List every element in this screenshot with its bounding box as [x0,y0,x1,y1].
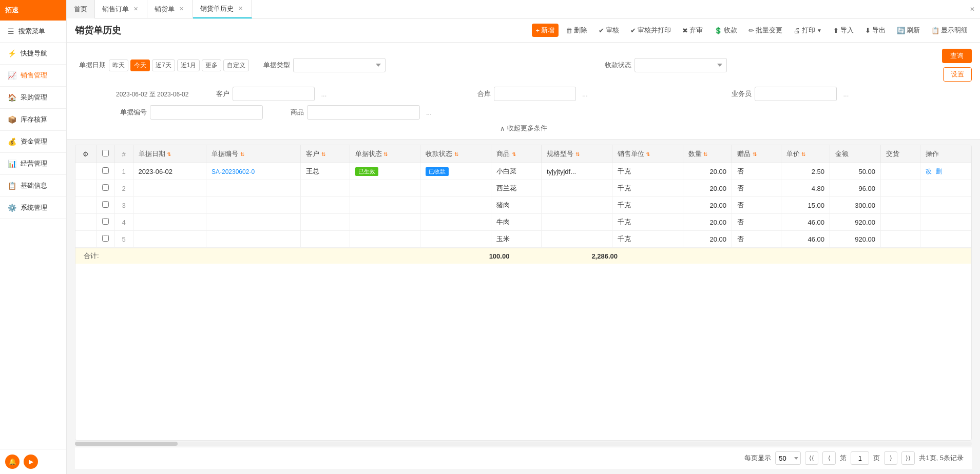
col-price[interactable]: 单价 ⇅ [781,145,830,163]
select-all-checkbox[interactable] [102,150,109,156]
import-button[interactable]: ⬆ 导入 [829,24,858,37]
add-button[interactable]: + 新增 [532,24,559,37]
sidebar-bottom-btn2[interactable]: ▶ [24,455,38,469]
row-select-checkbox[interactable] [102,184,109,191]
total-info: 共1页, 5条记录 [919,453,964,463]
row-select-checkbox[interactable] [102,218,109,225]
abandon-button[interactable]: ✖ 弃审 [678,24,707,37]
row-select-checkbox[interactable] [102,201,109,208]
per-page-select[interactable]: 50 100 200 [775,451,801,465]
tab-sales-order-close[interactable]: ✕ [132,5,140,13]
abandon-icon: ✖ [682,27,688,34]
row-select-checkbox[interactable] [102,167,109,174]
filter-pay-status-select[interactable] [635,58,727,72]
collapse-button[interactable]: ∧ 收起更多条件 [75,122,972,133]
doc-no-link[interactable]: SA-20230602-0 [212,168,255,175]
next-page-btn[interactable]: ⟩ [884,451,897,465]
filter-salesperson-input[interactable] [755,87,837,101]
row-pay-status [420,231,491,248]
pay-status-badge: 已收款 [426,167,449,176]
print-button[interactable]: 🖨 打印 ▼ [790,24,826,37]
salesperson-ellipsis[interactable]: ... [840,89,852,99]
first-page-btn[interactable]: ⟨⟨ [805,451,818,465]
col-unit[interactable]: 销售单位 ⇅ [612,145,683,163]
tab-home[interactable]: 首页 [67,0,95,18]
sidebar-item-capital-mgmt[interactable]: 💰 资金管理 [0,131,66,153]
tab-sales-order[interactable]: 销售订单 ✕ [95,0,147,18]
col-goods[interactable]: 商品 ⇅ [491,145,542,163]
export-button[interactable]: ⬇ 导出 [861,24,890,37]
row-checkbox[interactable] [96,180,114,197]
sidebar-item-system-mgmt[interactable]: ⚙️ 系统管理 [0,197,66,219]
set-button[interactable]: 设置 [943,67,972,82]
row-checkbox[interactable] [96,231,114,248]
tab-sales-history-close[interactable]: ✕ [237,5,244,12]
row-unit: 千克 [612,180,683,197]
row-select-checkbox[interactable] [102,235,109,242]
scrollbar-thumb[interactable] [75,442,178,446]
sidebar-item-inventory[interactable]: 📦 库存核算 [0,109,66,131]
row-unit: 千克 [612,163,683,180]
col-spec[interactable]: 规格型号 ⇅ [541,145,612,163]
delete-button[interactable]: 🗑 删除 [562,24,591,37]
sidebar-item-search-menu[interactable]: ☰ 搜索菜单 [0,21,66,43]
audit-print-button[interactable]: ✔ 审核并打印 [626,24,675,37]
row-checkbox[interactable] [96,163,114,180]
page-input[interactable] [851,451,869,465]
col-checkbox [96,145,114,163]
doc-status-sort-icon: ⇅ [383,151,388,157]
batch-change-button[interactable]: ✏ 批量变更 [744,24,786,37]
row-checkbox[interactable] [96,197,114,214]
col-gift[interactable]: 赠品 ⇅ [732,145,781,163]
date-btn-1month[interactable]: 近1月 [177,60,200,71]
filter-docno-input[interactable] [150,105,263,120]
horizontal-scrollbar[interactable] [75,442,972,446]
sidebar-item-quick-nav[interactable]: ⚡ 快捷导航 [0,43,66,65]
refresh-button[interactable]: 🔄 刷新 [893,24,924,37]
col-gear[interactable]: ⚙ [75,145,96,163]
query-button[interactable]: 查询 [942,49,972,63]
sidebar-item-label: 采购管理 [21,93,47,102]
customer-ellipsis[interactable]: ... [318,89,330,99]
delete-action[interactable]: 删 [936,168,942,175]
tab-home-label: 首页 [74,5,87,14]
sidebar-item-basic-info[interactable]: 📋 基础信息 [0,175,66,197]
prev-page-btn[interactable]: ⟨ [822,451,836,465]
col-docno[interactable]: 单据编号 ⇅ [206,145,301,163]
unit-sort-icon: ⇅ [646,151,650,157]
col-pay-status[interactable]: 收款状态 ⇅ [420,145,491,163]
col-qty[interactable]: 数量 ⇅ [683,145,732,163]
sidebar-item-operation-mgmt[interactable]: 📊 经营管理 [0,153,66,175]
col-customer[interactable]: 客户 ⇅ [301,145,350,163]
date-btn-today[interactable]: 今天 [130,60,150,71]
sidebar-item-sales-mgmt[interactable]: 📈 销售管理 [0,65,66,87]
audit-button[interactable]: ✔ 审核 [594,24,623,37]
row-transaction [880,180,920,197]
col-customer-label: 客户 [306,150,319,157]
filter-customer-input[interactable] [233,87,315,101]
date-btn-more[interactable]: 更多 [202,60,221,71]
edit-action[interactable]: 改 [926,168,932,175]
page-header: 销货单历史 + 新增 🗑 删除 ✔ 审核 ✔ 审核并打印 [67,18,980,43]
sidebar-item-purchase-mgmt[interactable]: 🏠 采购管理 [0,87,66,109]
tab-sales-goods-close[interactable]: ✕ [178,5,185,13]
warehouse-ellipsis[interactable]: ... [579,89,591,99]
show-detail-button[interactable]: 📋 显示明细 [927,24,972,37]
filter-doc-type-select[interactable] [293,58,386,72]
collect-button[interactable]: 💲 收款 [710,24,741,37]
date-btn-custom[interactable]: 自定义 [223,60,249,71]
col-date[interactable]: 单据日期 ⇅ [133,145,206,163]
last-page-btn[interactable]: ⟩⟩ [901,451,915,465]
row-checkbox[interactable] [96,214,114,231]
sidebar-bottom-btn1[interactable]: 🔔 [5,455,20,469]
col-doc-status[interactable]: 单据状态 ⇅ [350,145,420,163]
tab-sales-history[interactable]: 销货单历史 ✕ [193,0,252,18]
filter-warehouse-input[interactable] [494,87,576,101]
goods-ellipsis[interactable]: ... [423,108,435,117]
row-price: 46.00 [781,231,830,248]
filter-goods-input[interactable] [307,105,420,120]
date-btn-yesterday[interactable]: 昨天 [109,60,128,71]
tab-bar-close-all[interactable]: ✕ [970,6,975,13]
tab-sales-goods[interactable]: 销货单 ✕ [147,0,193,18]
date-btn-7days[interactable]: 近7天 [152,60,175,71]
